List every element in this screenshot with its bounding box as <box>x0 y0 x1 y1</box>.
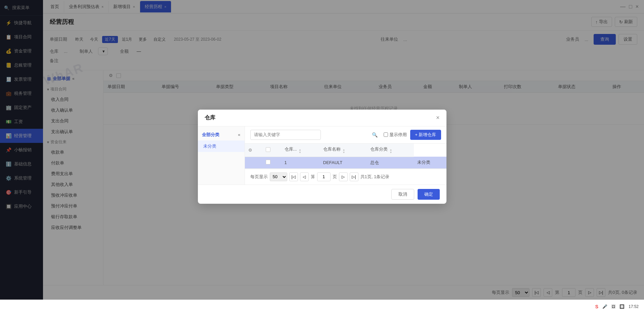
modal-table-row[interactable]: 1 DEFAULT 总仓 未分类 <box>245 157 446 168</box>
modal-sidebar: 全部分类 « 未分类 <box>198 126 245 185</box>
modal-search-icon: 🔍 <box>372 132 378 138</box>
modal-overlay: 仓库 × 全部分类 « 未分类 🔍 <box>0 0 644 313</box>
modal-table-body: 1 DEFAULT 总仓 未分类 <box>245 157 446 168</box>
modal-row-check[interactable] <box>262 157 281 168</box>
modal-body: 全部分类 « 未分类 🔍 显示停用 <box>198 126 446 185</box>
modal-table-gear-icon[interactable]: ⚙ <box>248 148 252 153</box>
modal-row-code: DEFAULT <box>320 157 367 168</box>
warehouse-modal: 仓库 × 全部分类 « 未分类 🔍 <box>198 110 446 204</box>
modal-code-sort[interactable]: ▲▼ <box>299 149 301 154</box>
modal-per-page-select[interactable]: 50 100 <box>270 172 287 181</box>
modal-sidebar-scroll: 未分类 <box>198 141 245 182</box>
modal-next-page[interactable]: ▷ <box>339 172 348 181</box>
modal-last-page[interactable]: ▷| <box>350 172 358 181</box>
modal-pagination: 每页显示 50 100 |◁ ◁ 算 页 ▷ ▷| 共1页, 1条记录 <box>250 172 390 181</box>
modal-row-gear <box>245 157 262 168</box>
modal-row-checkbox[interactable] <box>266 160 270 164</box>
taskbar-icon-mic[interactable]: 🎤 <box>602 304 607 309</box>
modal-cancel-button[interactable]: 取消 <box>391 189 414 200</box>
modal-total: 共1页, 1条记录 <box>360 174 390 180</box>
modal-col-code: 仓库... ▲▼ <box>281 144 320 157</box>
modal-row-num: 1 <box>281 157 320 168</box>
modal-page-word2: 页 <box>333 174 337 180</box>
modal-header-row: ⚙ 仓库... ▲▼ 仓库名称 ▲▼ <box>245 144 446 157</box>
modal-search-wrap: 🔍 <box>250 130 381 140</box>
modal-col-gear: ⚙ <box>245 144 262 157</box>
modal-row-category: 未分类 <box>414 157 446 168</box>
taskbar-time: 17:52 <box>629 304 639 309</box>
taskbar-icon-s: S <box>595 304 598 309</box>
modal-content: 🔍 显示停用 + 新增仓库 ⚙ <box>245 126 446 185</box>
modal-page-word: 算 <box>311 174 315 180</box>
modal-sidebar-collapse[interactable]: « <box>238 132 240 137</box>
modal-show-disabled-label[interactable]: 显示停用 <box>384 132 407 138</box>
modal-first-page[interactable]: |◁ <box>289 172 298 181</box>
modal-page-input[interactable] <box>317 172 331 181</box>
modal-col-category: 仓库分类 ▲▼ <box>367 144 414 157</box>
modal-name-sort[interactable]: ▲▼ <box>342 149 345 154</box>
modal-header: 仓库 × <box>198 110 446 126</box>
modal-search-bar: 🔍 显示停用 + 新增仓库 <box>245 126 446 144</box>
modal-col-name: 仓库名称 ▲▼ <box>320 144 367 157</box>
modal-table-head: ⚙ 仓库... ▲▼ 仓库名称 ▲▼ <box>245 144 446 157</box>
taskbar-icon-extra[interactable]: 🔲 <box>619 304 625 309</box>
modal-sidebar-uncategorized[interactable]: 未分类 <box>198 141 245 152</box>
modal-search-input[interactable] <box>250 130 321 140</box>
taskbar-right: S 🎤 🖼 🔲 17:52 <box>595 304 639 309</box>
modal-all-category-label[interactable]: 全部分类 <box>202 132 219 138</box>
modal-per-page-label: 每页显示 <box>250 174 268 180</box>
modal-table-wrap: ⚙ 仓库... ▲▼ 仓库名称 ▲▼ <box>245 144 446 169</box>
modal-title: 仓库 <box>205 114 215 121</box>
modal-show-disabled-checkbox[interactable] <box>384 132 388 137</box>
modal-show-disabled-text: 显示停用 <box>389 132 407 138</box>
modal-close-button[interactable]: × <box>436 114 440 121</box>
modal-row-name: 总仓 <box>367 157 414 168</box>
modal-confirm-button[interactable]: 确定 <box>418 189 440 200</box>
taskbar: S 🎤 🖼 🔲 17:52 <box>0 300 644 313</box>
modal-add-warehouse-btn[interactable]: + 新增仓库 <box>410 130 441 140</box>
modal-select-all-checkbox[interactable] <box>266 147 270 152</box>
modal-col-check <box>262 144 281 157</box>
modal-sidebar-header: 全部分类 « <box>198 129 245 141</box>
modal-table: ⚙ 仓库... ▲▼ 仓库名称 ▲▼ <box>245 144 446 169</box>
modal-footer: 每页显示 50 100 |◁ ◁ 算 页 ▷ ▷| 共1页, 1条记录 <box>245 169 446 185</box>
modal-add-warehouse-label: + 新增仓库 <box>415 132 436 138</box>
taskbar-icon-img[interactable]: 🖼 <box>611 304 615 309</box>
modal-category-sort[interactable]: ▲▼ <box>389 149 392 154</box>
modal-prev-page[interactable]: ◁ <box>300 172 309 181</box>
modal-actions: 取消 确定 <box>198 185 446 204</box>
